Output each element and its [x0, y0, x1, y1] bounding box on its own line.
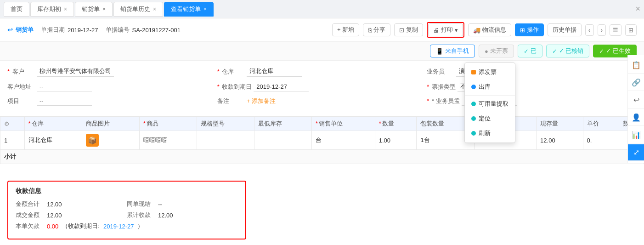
history-button[interactable]: 历史单据	[548, 23, 582, 36]
ticket-label: * 票据类型	[427, 83, 456, 91]
operations-dropdown: 添发票 出库 可用量提取 定位 刷新	[464, 63, 515, 143]
project-field: 项目 --	[7, 97, 217, 106]
row-unit: 台	[311, 131, 375, 150]
warehouse-value[interactable]: 河北仓库	[247, 66, 302, 77]
deal-amount-field: 成交金额 12.00	[16, 211, 127, 219]
available-qty-label: 可用量提取	[479, 100, 508, 108]
tab-home-label: 首页	[11, 5, 23, 13]
payment-date-field: * 收款到期日 2019-12-27	[217, 82, 427, 91]
from-phone-button[interactable]: 📱 来自手机	[430, 45, 475, 57]
payment-date-label: * 收款到期日	[217, 83, 252, 91]
project-label: 项目	[7, 97, 35, 105]
tab-bar: 首页 库存期初 × 销货单 × 销货单历史 × 查看销货单 × ×	[0, 0, 644, 18]
add-invoice-item[interactable]: 添发票	[465, 65, 515, 80]
row-warehouse: 河北仓库	[24, 131, 82, 150]
share-button[interactable]: ⎘ 分享	[363, 23, 390, 36]
not-open-label: 未开票	[490, 47, 508, 55]
total-value: 12.00	[47, 201, 62, 208]
doc-date-meta: 单据日期 2019-12-27	[41, 26, 98, 34]
locate-item[interactable]: 定位	[465, 111, 515, 126]
customer-label-text: 客户	[12, 68, 24, 75]
effective-icon: ✓	[599, 48, 604, 55]
doc-header: ↩ 销货单 单据日期 2019-12-27 单据编号 SA-20191227-0…	[0, 18, 644, 42]
already-cancelled-button[interactable]: ✓ ✓ 已核销	[546, 45, 590, 57]
col-warehouse: *仓库	[24, 117, 82, 131]
available-qty-dot	[471, 102, 476, 106]
subtotal-label: 小计	[0, 150, 644, 164]
tab-history[interactable]: 销货单历史 ×	[113, 2, 163, 17]
sidebar-copy-icon[interactable]: 📋	[628, 57, 644, 74]
tab-sales[interactable]: 销货单 ×	[75, 2, 113, 17]
copy-button-label: 复制	[406, 26, 418, 34]
col-product-img: 商品图片	[82, 117, 139, 131]
tab-view-sales[interactable]: 查看销货单 ×	[164, 2, 214, 17]
new-button[interactable]: + 新增	[332, 23, 359, 36]
view-list-button[interactable]: ☰	[610, 24, 621, 36]
add-invoice-label: 添发票	[479, 68, 497, 76]
sidebar-return-icon[interactable]: ↩	[628, 92, 644, 108]
col-settings[interactable]: ⚙	[0, 117, 25, 131]
prev-button[interactable]: ‹	[585, 24, 593, 36]
operations-button-label: 操作	[527, 26, 539, 34]
row-spec	[197, 131, 254, 150]
accumulated-label: 累计收款	[127, 211, 154, 219]
date-value: 2019-12-27	[68, 27, 98, 34]
sidebar-expand-icon[interactable]: ⤢	[628, 144, 644, 161]
logistics-button-label: 物流信息	[482, 26, 506, 34]
sidebar-chart-icon[interactable]: 📊	[628, 127, 644, 143]
tab-inventory-label: 库存期初	[37, 5, 61, 13]
settings-icon[interactable]: ⚙	[4, 120, 10, 127]
doc-title-label: 销货单	[16, 26, 34, 34]
share-icon: ⎘	[368, 27, 372, 34]
print-button[interactable]: 🖨 打印 ▾	[428, 23, 463, 36]
refresh-dot	[471, 131, 476, 136]
salesman-label: * * 业务员孟	[427, 97, 459, 105]
operations-button[interactable]: ⊞ 操作	[515, 23, 544, 36]
tab-history-close[interactable]: ×	[153, 6, 156, 12]
product-image: 📦	[86, 134, 99, 147]
col-current-stock: 现存量	[537, 117, 583, 131]
cancelled-icon: ✓	[552, 48, 557, 55]
not-open-button[interactable]: ● 未开票	[479, 45, 514, 57]
sidebar-user-icon[interactable]: 👤	[628, 109, 644, 126]
form-area: * 客户 柳州粤港平安气体有限公司 * 仓库 河北仓库 业务员 演示账号 客户地…	[0, 61, 644, 116]
confirm-label: 已	[531, 47, 537, 55]
same-order-label: 同单现结	[127, 200, 154, 208]
outbound-item[interactable]: 出库	[465, 80, 515, 94]
current-owe-label: 本单欠款	[16, 222, 43, 230]
add-remark-button[interactable]: + 添加备注	[247, 97, 276, 105]
outbound-dot	[471, 85, 476, 89]
customer-label: * 客户	[7, 68, 35, 76]
row-current-stock: 12.00	[537, 131, 583, 150]
customer-value[interactable]: 柳州粤港平安气体有限公司	[37, 66, 114, 77]
copy-button[interactable]: ⊡ 复制	[394, 23, 423, 36]
refresh-item[interactable]: 刷新	[465, 126, 515, 141]
tab-sales-close[interactable]: ×	[102, 6, 106, 12]
toolbar-row: 📱 来自手机 ● 未开票 ✓ 已 ✓ ✓ 已核销 ✓ ✓ 已生效	[0, 42, 644, 61]
row-price: 0.	[583, 131, 619, 150]
address-value[interactable]: --	[37, 82, 92, 91]
confirm-button[interactable]: ✓ 已	[518, 45, 542, 57]
window-close-button[interactable]: ×	[635, 4, 640, 14]
project-value[interactable]: --	[37, 97, 92, 106]
view-grid-button[interactable]: ⊞	[625, 24, 637, 36]
tab-sales-label: 销货单	[82, 5, 100, 13]
form-row-3: 项目 -- 备注 + 添加备注 * * 业务员孟 --	[7, 97, 637, 106]
sidebar-link-icon[interactable]: 🔗	[628, 74, 644, 91]
payment-row-1: 金额合计 12.00 同单现结 --	[16, 200, 238, 208]
tab-home[interactable]: 首页	[4, 2, 29, 17]
outbound-label: 出库	[479, 83, 491, 91]
payment-date-value[interactable]: 2019-12-27	[254, 82, 309, 91]
available-qty-item[interactable]: 可用量提取	[465, 97, 515, 111]
payment-row-2: 成交金额 12.00 累计收款 12.00	[16, 211, 238, 219]
tab-inventory-close[interactable]: ×	[64, 6, 67, 12]
locate-dot	[471, 116, 476, 121]
tab-view-sales-close[interactable]: ×	[203, 6, 207, 12]
row-product: 嘻嘻嘻嘻	[139, 131, 197, 150]
next-button[interactable]: ›	[598, 24, 606, 36]
print-highlight-box: 🖨 打印 ▾	[427, 22, 464, 38]
tab-inventory[interactable]: 库存期初 ×	[30, 2, 74, 17]
logistics-button[interactable]: 🚚 物流信息	[468, 23, 511, 36]
ticket-label-text: 票据类型	[432, 83, 456, 90]
payment-note-prefix: （收款到期日:	[62, 222, 100, 230]
